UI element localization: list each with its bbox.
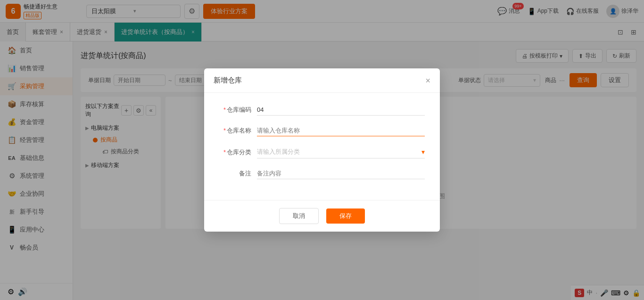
cancel-button[interactable]: 取消 <box>279 208 319 224</box>
form-row-category: 仓库分类 请输入所属分类 ▾ <box>219 146 425 158</box>
modal-header: 新增仓库 × <box>204 68 440 93</box>
category-dropdown-icon: ▾ <box>421 148 425 156</box>
remarks-input[interactable] <box>257 168 425 179</box>
form-row-code: 仓库编码 <box>219 104 425 116</box>
save-button[interactable]: 保存 <box>326 208 365 224</box>
remarks-label: 备注 <box>219 169 257 178</box>
modal-new-warehouse: 新增仓库 × 仓库编码 仓库名称 仓库分类 请输入所属分类 ▾ <box>204 68 440 232</box>
warehouse-category-label: 仓库分类 <box>219 148 257 157</box>
modal-overlay: 新增仓库 × 仓库编码 仓库名称 仓库分类 请输入所属分类 ▾ <box>0 0 644 300</box>
form-row-remarks: 备注 <box>219 168 425 179</box>
warehouse-category-placeholder: 请输入所属分类 <box>257 148 421 156</box>
warehouse-code-input[interactable] <box>257 104 425 116</box>
modal-footer: 取消 保存 <box>204 200 440 232</box>
modal-title: 新增仓库 <box>214 76 242 85</box>
warehouse-name-label: 仓库名称 <box>219 126 257 135</box>
warehouse-code-label: 仓库编码 <box>219 106 257 114</box>
warehouse-category-select[interactable]: 请输入所属分类 ▾ <box>257 146 425 158</box>
form-row-name: 仓库名称 <box>219 125 425 136</box>
warehouse-name-input[interactable] <box>257 125 425 136</box>
modal-close-button[interactable]: × <box>425 76 430 85</box>
modal-body: 仓库编码 仓库名称 仓库分类 请输入所属分类 ▾ 备注 <box>204 93 440 200</box>
